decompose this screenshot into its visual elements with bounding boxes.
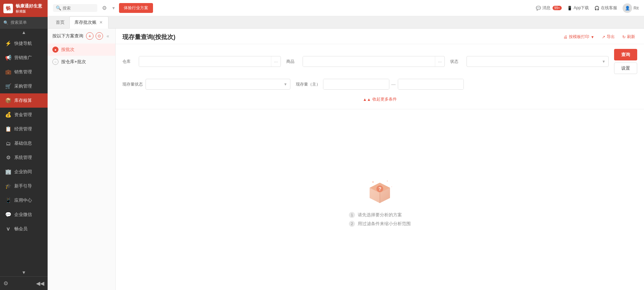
sidebar-item-membership[interactable]: V 畅会员 [0, 222, 48, 236]
enterprise-wechat-icon: 💬 [5, 211, 12, 218]
inventory-qty-max-input[interactable] [398, 79, 464, 89]
sidebar-search[interactable]: 🔍 搜索菜单 [0, 17, 48, 29]
tab-close-button[interactable]: ✕ [99, 20, 103, 25]
topbar-search-input[interactable] [63, 6, 90, 11]
warehouse-input[interactable] [139, 56, 271, 67]
sidebar-item-enterprise[interactable]: 🏢 企业协同 [0, 165, 48, 179]
sidebar-item-enterprise-wechat[interactable]: 💬 企业微信 [0, 207, 48, 222]
operations-icon: 📋 [5, 126, 12, 132]
sidebar-item-finance[interactable]: 💰 资金管理 [0, 108, 48, 122]
product-more-icon[interactable]: ··· [435, 56, 444, 67]
status-select[interactable]: ▼ [467, 56, 609, 67]
empty-tip-2: 2 用过滤条件来缩小分析范围 [349, 221, 411, 227]
sidebar-label-purchase: 采购管理 [14, 83, 32, 89]
sidebar-label-quick-nav: 快捷导航 [14, 40, 32, 47]
company-info: 畅康通好生意 标准版 [16, 3, 42, 14]
scheme-warehouse-batch-icon: ○ [52, 59, 58, 65]
search-label: 搜索菜单 [11, 20, 27, 25]
online-service-action[interactable]: 🎧 在线客服 [594, 5, 617, 11]
product-input-wrap: ··· [303, 56, 445, 67]
collapse-more-button[interactable]: ▲▲ 收起更多条件 [122, 94, 637, 104]
company-name: 畅康通好生意 [16, 3, 42, 9]
sidebar-item-purchase[interactable]: 🛒 采购管理 [0, 79, 48, 93]
print-dropdown-icon[interactable]: ▼ [591, 35, 594, 39]
export-button[interactable]: ↗ 导出 [600, 33, 617, 41]
scheme-item-warehouse-batch[interactable]: ○ 按仓库+批次 [48, 56, 115, 68]
user-name: Rit [633, 6, 639, 11]
sidebar-label-sales: 销售管理 [14, 69, 32, 75]
system-icon: ⚙ [5, 154, 12, 161]
empty-illustration: ? [363, 173, 397, 206]
sidebar-item-basic[interactable]: 🗂 基础信息 [0, 136, 48, 150]
enterprise-icon: 🏢 [5, 168, 12, 175]
newbie-icon: 🎓 [5, 183, 12, 189]
panel-collapse-icon[interactable]: « [105, 32, 111, 40]
sidebar-item-system[interactable]: ⚙ 系统管理 [0, 150, 48, 165]
trial-button[interactable]: 体验行业方案 [119, 3, 153, 13]
scroll-down-button[interactable]: ▼ [0, 269, 48, 276]
refresh-icon: ↻ [622, 35, 626, 39]
topbar-dropdown-icon[interactable]: ▼ [112, 6, 116, 11]
topbar-search-icon: 🔍 [56, 5, 61, 11]
svg-point-8 [391, 186, 392, 187]
sidebar-label-newbie: 新手引导 [14, 183, 32, 189]
collapse-sidebar-icon[interactable]: ◀◀ [36, 280, 44, 287]
tab-inventory-batch[interactable]: 库存批次账 ✕ [69, 16, 108, 29]
page-title: 现存量查询(按批次) [122, 33, 175, 41]
app-logo: 畅 [3, 4, 13, 13]
sidebar-label-enterprise: 企业协同 [14, 169, 32, 175]
sidebar-label-system: 系统管理 [14, 155, 32, 161]
topbar-gear-icon[interactable]: ⚙ [101, 3, 108, 13]
status-filter: 状态 ▼ [450, 56, 609, 67]
add-scheme-button[interactable]: + [86, 32, 94, 40]
tab-home[interactable]: 首页 [51, 17, 69, 28]
messages-label: 消息 [542, 5, 550, 11]
sidebar-item-operations[interactable]: 📋 经营管理 [0, 122, 48, 136]
topbar: 🔍 ⚙ ▼ 体验行业方案 💬 消息 99+ 📱 App下载 🎧 在线客服 � [48, 0, 644, 16]
sidebar-item-marketing[interactable]: 📢 营销推广 [0, 51, 48, 65]
app-center-icon: 📱 [5, 197, 12, 204]
inventory-qty-min-input[interactable] [323, 79, 389, 89]
sidebar-item-app-center[interactable]: 📱 应用中心 [0, 193, 48, 207]
messages-action[interactable]: 💬 消息 99+ [536, 5, 562, 11]
empty-state: ? 1 请先选择要分析的方案 2 用过滤条件来缩小分析范围 [116, 109, 644, 290]
refresh-label: 刷新 [627, 34, 635, 40]
sidebar: 畅 畅康通好生意 标准版 🔍 搜索菜单 ▲ ⚡ 快捷导航 📢 营销推广 💼 销售… [0, 0, 48, 290]
basic-icon: 🗂 [5, 140, 12, 147]
settings-button[interactable]: 设置 [614, 62, 637, 74]
messages-icon: 💬 [536, 6, 541, 11]
product-input[interactable] [303, 56, 435, 67]
app-download-label: App下载 [574, 5, 589, 11]
warehouse-more-icon[interactable]: ··· [271, 56, 281, 67]
sidebar-item-newbie[interactable]: 🎓 新手引导 [0, 179, 48, 193]
sidebar-item-quick-nav[interactable]: ⚡ 快捷导航 [0, 36, 48, 51]
app-download-action[interactable]: 📱 App下载 [567, 5, 589, 11]
inventory-status-select[interactable]: ▼ [146, 79, 290, 90]
right-panel: 现存量查询(按批次) 🖨 按模板打印 ▼ ↗ 导出 ↻ 刷新 [116, 29, 644, 290]
user-avatar-action[interactable]: 👤 Rit [623, 3, 639, 13]
settings-icon[interactable]: ⚙ [3, 280, 8, 287]
query-button[interactable]: 查询 [614, 49, 637, 60]
left-panel-actions: + ⊙ « [86, 32, 111, 40]
sidebar-item-sales[interactable]: 💼 销售管理 [0, 65, 48, 79]
scheme-item-batch[interactable]: ● 按批次 [48, 43, 115, 56]
topbar-actions: 💬 消息 99+ 📱 App下载 🎧 在线客服 👤 Rit [536, 3, 639, 13]
print-template-button[interactable]: 🖨 按模板打印 ▼ [561, 33, 596, 41]
sidebar-footer: ⚙ ◀◀ [0, 276, 48, 290]
sales-icon: 💼 [5, 69, 12, 75]
collapse-label: 收起更多条件 [372, 96, 397, 102]
finance-icon: 💰 [5, 111, 12, 118]
inventory-status-dropdown-icon: ▼ [284, 82, 287, 86]
status-label: 状态 [450, 59, 464, 65]
membership-icon: V [5, 225, 12, 232]
scroll-up-button[interactable]: ▲ [0, 29, 48, 36]
app-download-icon: 📱 [567, 6, 572, 11]
inventory-qty-filter: 现存量（主） — [296, 79, 464, 90]
sidebar-label-marketing: 营销推广 [14, 55, 32, 61]
sidebar-item-inventory[interactable]: 📦 库存核算 [0, 93, 48, 108]
scheme-settings-button[interactable]: ⊙ [96, 32, 103, 40]
inventory-status-label: 现存量状态 [122, 81, 143, 87]
edition-label: 标准版 [16, 9, 42, 14]
refresh-button[interactable]: ↻ 刷新 [620, 33, 637, 41]
inventory-qty-max-wrap [398, 79, 464, 90]
